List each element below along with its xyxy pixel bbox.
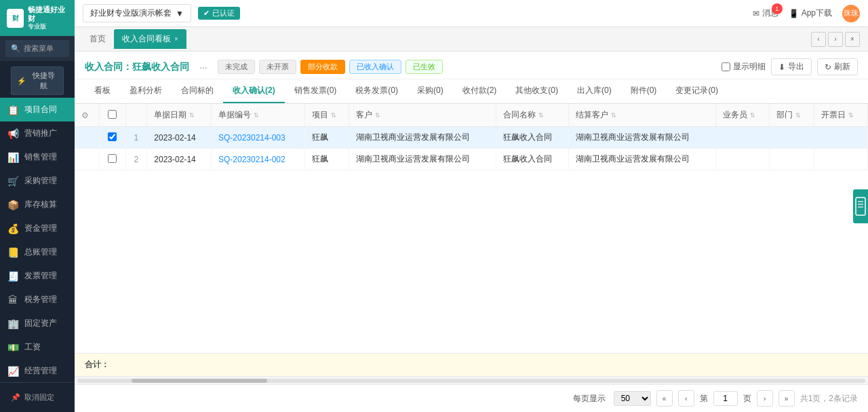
- settings-cell: [75, 149, 99, 170]
- quick-nav-button[interactable]: ⚡ 快捷导航: [11, 67, 64, 95]
- search-menu-button[interactable]: 🔍 搜索菜单: [5, 40, 69, 57]
- salesman-cell: [715, 127, 769, 149]
- refresh-button[interactable]: ↻ 刷新: [817, 58, 858, 75]
- side-action-button[interactable]: [853, 189, 868, 223]
- table-row[interactable]: 2 2023-02-14 SQ-20230214-002 狂飙 湖南卫视商业运营…: [75, 149, 868, 170]
- company-selector[interactable]: 好业财专业版演示帐套 ▼: [83, 4, 191, 22]
- tab-profit[interactable]: 盈利分析: [120, 79, 172, 103]
- tab-attachment[interactable]: 附件(0): [621, 79, 667, 103]
- tab-contract-subject[interactable]: 合同标的: [172, 79, 223, 103]
- project-col-header[interactable]: 项目⇅: [304, 104, 349, 127]
- app-download-button[interactable]: 📱 App下载: [789, 7, 832, 19]
- table-row[interactable]: 1 2023-02-14 SQ-20230214-003 狂飙 湖南卫视商业运营…: [75, 127, 868, 149]
- last-page-button[interactable]: »: [778, 390, 795, 407]
- sidebar-nav: 📋 项目合同 📢 营销推广 📊 销售管理 🛒 采购管理 📦 库存核算 💰 资金管…: [0, 98, 75, 382]
- sidebar-item-marketing[interactable]: 📢 营销推广: [0, 121, 75, 145]
- sidebar-item-ledger[interactable]: 📒 总账管理: [0, 240, 75, 264]
- scrollbar-track: [77, 379, 865, 383]
- more-button[interactable]: ···: [196, 62, 211, 73]
- verified-badge: ✔ 已认证: [198, 7, 240, 20]
- first-page-button[interactable]: «: [656, 390, 673, 407]
- user-avatar-button[interactable]: 珠珠: [842, 5, 860, 22]
- show-detail-checkbox[interactable]: [722, 62, 730, 71]
- message-button[interactable]: ✉ 1 消息: [753, 7, 778, 19]
- refresh-icon: ↻: [825, 62, 831, 72]
- horizontal-scrollbar[interactable]: [75, 376, 868, 384]
- sidebar-item-tax[interactable]: 🏛 税务管理: [0, 288, 75, 312]
- invoice-date-col-header[interactable]: 开票日⇅: [814, 104, 867, 127]
- marketing-icon: 📢: [7, 128, 19, 139]
- number-sort-icon: ⇅: [254, 112, 259, 119]
- contract-col-header[interactable]: 合同名称⇅: [496, 104, 569, 127]
- active-tab[interactable]: 收入合同看板 ×: [114, 29, 186, 49]
- sidebar-item-fixed-assets[interactable]: 🏢 固定资产: [0, 312, 75, 335]
- total-label: 合计：: [85, 359, 109, 371]
- topbar-right: ✉ 1 消息 📱 App下载 珠珠: [753, 5, 860, 22]
- sidebar-item-purchase[interactable]: 🛒 采购管理: [0, 169, 75, 193]
- project-cell: 狂飙: [304, 149, 349, 170]
- tab-close-button[interactable]: ×: [174, 35, 178, 43]
- next-page-button[interactable]: ›: [757, 390, 773, 407]
- tab-tax-invoice[interactable]: 税务发票(0): [346, 79, 408, 103]
- table-footer: 合计：: [75, 353, 868, 376]
- customer-cell: 湖南卫视商业运营发展有限公司: [349, 127, 496, 149]
- home-tab[interactable]: 首页: [83, 28, 113, 50]
- checkbox-col-header[interactable]: [99, 104, 125, 127]
- prev-page-button[interactable]: ‹: [678, 390, 694, 407]
- date-col-header[interactable]: 单据日期⇅: [147, 104, 212, 127]
- export-button[interactable]: ⬇ 导出: [771, 58, 812, 75]
- row-checkbox[interactable]: [108, 132, 117, 141]
- pagination: 每页显示 50 20 100 « ‹ 第 页 › » 共1页，2条记录: [75, 384, 868, 412]
- funds-icon: 💰: [7, 223, 19, 234]
- unpin-button[interactable]: 📌 取消固定: [5, 388, 69, 407]
- sidebar-item-inventory[interactable]: 📦 库存核算: [0, 193, 75, 217]
- tab-prev-button[interactable]: ‹: [811, 32, 826, 47]
- scrollbar-thumb[interactable]: [132, 379, 267, 383]
- tab-other[interactable]: 其他收支(0): [506, 79, 568, 103]
- status-tag-uninvoiced[interactable]: 未开票: [259, 60, 296, 74]
- settings-icon: ⚙: [81, 111, 89, 120]
- customer-col-header[interactable]: 客户⇅: [349, 104, 496, 127]
- tab-kanban[interactable]: 看板: [85, 79, 120, 103]
- sidebar-item-project-contract[interactable]: 📋 项目合同: [0, 98, 75, 121]
- tab-purchase[interactable]: 采购(0): [408, 79, 453, 103]
- tab-sales-invoice[interactable]: 销售发票(0): [285, 79, 347, 103]
- document-link[interactable]: SQ-20230214-002: [218, 155, 285, 164]
- row-checkbox[interactable]: [108, 154, 117, 163]
- date-cell: 2023-02-14: [147, 127, 212, 149]
- tab-change-record[interactable]: 变更记录(0): [666, 79, 728, 103]
- sidebar-item-funds[interactable]: 💰 资金管理: [0, 217, 75, 240]
- project-sort-icon: ⇅: [331, 112, 336, 119]
- tab-next-button[interactable]: ›: [828, 32, 843, 47]
- sidebar-item-payroll[interactable]: 💵 工资: [0, 335, 75, 359]
- dept-col-header[interactable]: 部门⇅: [770, 104, 814, 127]
- document-link[interactable]: SQ-20230214-003: [218, 133, 285, 143]
- payroll-icon: 💵: [7, 342, 19, 353]
- per-page-select[interactable]: 50 20 100: [614, 391, 651, 406]
- settlement-cell: 湖南卫视商业运营发展有限公司: [568, 127, 715, 149]
- sidebar-search-area: 🔍 搜索菜单: [0, 36, 75, 61]
- page-number-input[interactable]: [713, 391, 738, 406]
- message-icon: ✉: [753, 9, 760, 18]
- status-tag-confirmed[interactable]: 已收入确认: [349, 60, 401, 74]
- checkbox-cell[interactable]: [99, 127, 125, 149]
- tab-revenue-confirm[interactable]: 收入确认(2): [223, 79, 285, 103]
- tab-close-all-button[interactable]: ×: [845, 32, 860, 47]
- checkbox-cell[interactable]: [99, 149, 125, 170]
- settlement-col-header[interactable]: 结算客户⇅: [568, 104, 715, 127]
- tab-warehouse[interactable]: 出入库(0): [568, 79, 621, 103]
- number-cell[interactable]: SQ-20230214-002: [211, 149, 304, 170]
- sidebar-item-sales[interactable]: 📊 销售管理: [0, 145, 75, 169]
- sidebar-item-invoice[interactable]: 🧾 发票管理: [0, 264, 75, 288]
- sidebar-bottom: 📌 取消固定: [0, 382, 75, 412]
- select-all-checkbox[interactable]: [108, 110, 117, 119]
- status-tag-partial[interactable]: 部分收款: [300, 60, 345, 74]
- status-tag-incomplete[interactable]: 未完成: [218, 60, 255, 74]
- number-col-header[interactable]: 单据编号⇅: [211, 104, 304, 127]
- number-cell[interactable]: SQ-20230214-003: [211, 127, 304, 149]
- status-tag-effective[interactable]: 已生效: [406, 60, 443, 74]
- settings-col-header[interactable]: ⚙: [75, 104, 99, 127]
- salesman-col-header[interactable]: 业务员⇅: [715, 104, 769, 127]
- sidebar-item-management[interactable]: 📈 经营管理: [0, 359, 75, 382]
- tab-payment[interactable]: 收付款(2): [453, 79, 507, 103]
